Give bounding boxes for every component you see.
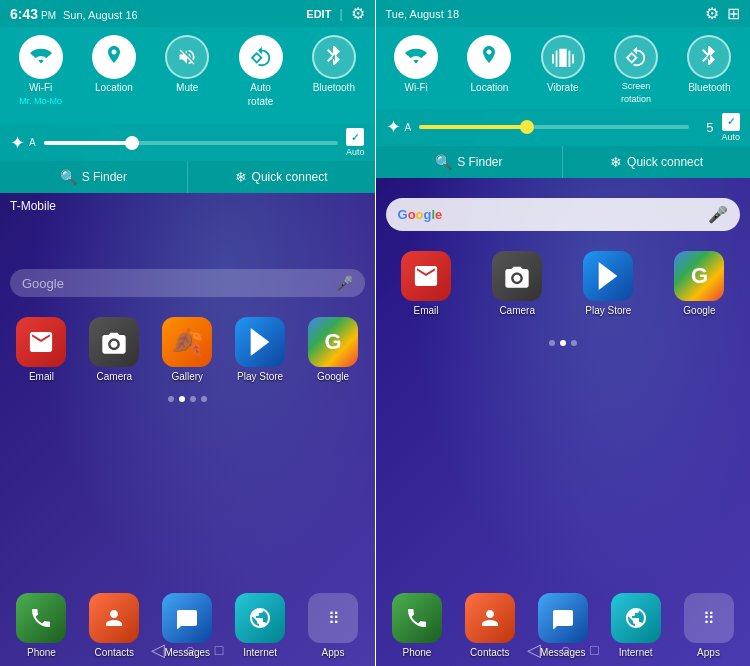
left-google-text: Google	[22, 276, 336, 291]
left-edit-button[interactable]: EDIT	[306, 8, 331, 20]
right-app-google[interactable]: G Google	[674, 251, 724, 316]
left-autorotate-label2: rotate	[248, 96, 274, 107]
right-brightness-auto[interactable]: Auto	[721, 113, 740, 142]
left-search-icon: 🔍	[60, 169, 77, 185]
right-toggle-location[interactable]: Location	[459, 35, 519, 105]
right-quick-links: 🔍 S Finder ❄ Quick connect	[376, 146, 751, 178]
left-quickconnect-link[interactable]: ❄ Quick connect	[188, 161, 375, 193]
right-vibrate-icon	[541, 35, 585, 79]
right-location-label: Location	[471, 82, 509, 93]
left-divider-icon: |	[339, 7, 342, 21]
left-quick-links: 🔍 S Finder ❄ Quick connect	[0, 161, 375, 193]
right-playstore-icon	[583, 251, 633, 301]
left-bluetooth-sublabel	[333, 96, 336, 106]
left-app-playstore[interactable]: Play Store	[235, 317, 285, 382]
right-grid-icon[interactable]: ⊞	[727, 4, 740, 23]
left-notif-panel: 6:43 PM Sun, August 16 EDIT | ⚙ Wi-Fi Mr…	[0, 0, 375, 193]
left-email-icon	[16, 317, 66, 367]
left-home-button[interactable]: ○	[185, 641, 195, 659]
right-quickconnect-link[interactable]: ❄ Quick connect	[563, 146, 750, 178]
right-date: Tue, August 18	[386, 8, 460, 20]
right-recents-button[interactable]: □	[590, 642, 598, 658]
right-brightness-bar: ✦ A 5 Auto	[376, 109, 751, 146]
left-app-google[interactable]: G Google	[308, 317, 358, 382]
left-app-gallery[interactable]: 🍂 Gallery	[162, 317, 212, 382]
left-phone: 6:43 PM Sun, August 16 EDIT | ⚙ Wi-Fi Mr…	[0, 0, 375, 666]
right-google-logo: Google	[398, 207, 709, 222]
left-recents-button[interactable]: □	[215, 642, 223, 658]
left-sfinder-link[interactable]: 🔍 S Finder	[0, 161, 188, 193]
right-nav-bar: ◁ ○ □	[376, 634, 751, 666]
right-brightness-value: 5	[697, 120, 713, 135]
left-mute-label: Mute	[176, 82, 198, 93]
left-search-bar[interactable]: Google 🎤	[10, 269, 365, 297]
left-gallery-icon: 🍂	[162, 317, 212, 367]
right-phone: Tue, August 18 ⚙ ⊞ Wi-Fi	[376, 0, 751, 666]
left-autorotate-label: Auto	[250, 82, 271, 93]
left-location-icon	[92, 35, 136, 79]
right-brightness-icon-small: A	[405, 122, 412, 133]
right-brightness-slider[interactable]	[419, 125, 689, 129]
right-toggle-bluetooth[interactable]: Bluetooth	[679, 35, 739, 105]
left-auto-checkbox[interactable]	[346, 128, 364, 146]
right-quickconnect-label: Quick connect	[627, 155, 703, 169]
right-quick-toggles: Wi-Fi Location Vibrate	[376, 27, 751, 109]
left-gear-icon[interactable]: ⚙	[351, 4, 365, 23]
left-email-label: Email	[29, 371, 54, 382]
left-period: PM	[41, 10, 56, 21]
left-google-icon: G	[308, 317, 358, 367]
left-home-screen: T-Mobile Google 🎤 Email	[0, 193, 375, 406]
right-toggle-screenrotation[interactable]: Screen rotation	[606, 35, 666, 105]
left-app-email[interactable]: Email	[16, 317, 66, 382]
left-toggle-mute[interactable]: Mute	[157, 35, 217, 120]
right-status-bar: Tue, August 18 ⚙ ⊞	[376, 0, 751, 27]
left-google-label: Google	[317, 371, 349, 382]
right-toggle-vibrate[interactable]: Vibrate	[533, 35, 593, 105]
left-snowflake-icon: ❄	[235, 169, 247, 185]
right-playstore-label: Play Store	[585, 305, 631, 316]
right-email-icon	[401, 251, 451, 301]
right-location-icon	[467, 35, 511, 79]
right-toggle-wifi[interactable]: Wi-Fi	[386, 35, 446, 105]
right-dot-1	[549, 340, 555, 346]
right-home-button[interactable]: ○	[561, 641, 571, 659]
left-brightness-auto[interactable]: Auto	[346, 128, 365, 157]
right-app-camera[interactable]: Camera	[492, 251, 542, 316]
left-dot-1	[168, 396, 174, 402]
left-app-camera[interactable]: Camera	[89, 317, 139, 382]
left-carrier-text: T-Mobile	[0, 193, 375, 219]
left-auto-label: Auto	[346, 147, 365, 157]
right-google-label: Google	[683, 305, 715, 316]
right-screenrotation-label: Screen	[622, 82, 651, 92]
left-dot-2	[179, 396, 185, 402]
left-wifi-icon	[19, 35, 63, 79]
left-mute-icon	[165, 35, 209, 79]
right-google-icon: G	[674, 251, 724, 301]
left-toggle-bluetooth[interactable]: Bluetooth	[304, 35, 364, 120]
right-sfinder-link[interactable]: 🔍 S Finder	[376, 146, 564, 178]
left-brightness-slider[interactable]	[44, 141, 338, 145]
right-notif-panel: Tue, August 18 ⚙ ⊞ Wi-Fi	[376, 0, 751, 178]
right-mic-icon[interactable]: 🎤	[708, 205, 728, 224]
right-snowflake-icon: ❄	[610, 154, 622, 170]
right-app-playstore[interactable]: Play Store	[583, 251, 633, 316]
left-toggle-autorotate[interactable]: Auto rotate	[231, 35, 291, 120]
left-brightness-icon: ✦	[10, 132, 25, 154]
left-toggle-location[interactable]: Location	[84, 35, 144, 120]
left-location-label: Location	[95, 82, 133, 93]
right-app-email[interactable]: Email	[401, 251, 451, 316]
right-dot-3	[571, 340, 577, 346]
left-date: Sun, August 16	[63, 9, 138, 21]
right-back-button[interactable]: ◁	[527, 639, 541, 661]
left-back-button[interactable]: ◁	[151, 639, 165, 661]
right-brightness-icon: ✦	[386, 116, 401, 138]
right-gear-icon[interactable]: ⚙	[705, 4, 719, 23]
left-toggle-wifi[interactable]: Wi-Fi Mr. Mo-Mo	[11, 35, 71, 120]
right-google-search-bar[interactable]: Google 🎤	[386, 198, 741, 231]
right-auto-checkbox[interactable]	[722, 113, 740, 131]
left-mute-sublabel	[186, 96, 189, 106]
left-mic-icon[interactable]: 🎤	[336, 275, 353, 291]
right-bluetooth-label: Bluetooth	[688, 82, 730, 93]
left-wifi-label: Wi-Fi	[29, 82, 52, 93]
left-playstore-icon	[235, 317, 285, 367]
